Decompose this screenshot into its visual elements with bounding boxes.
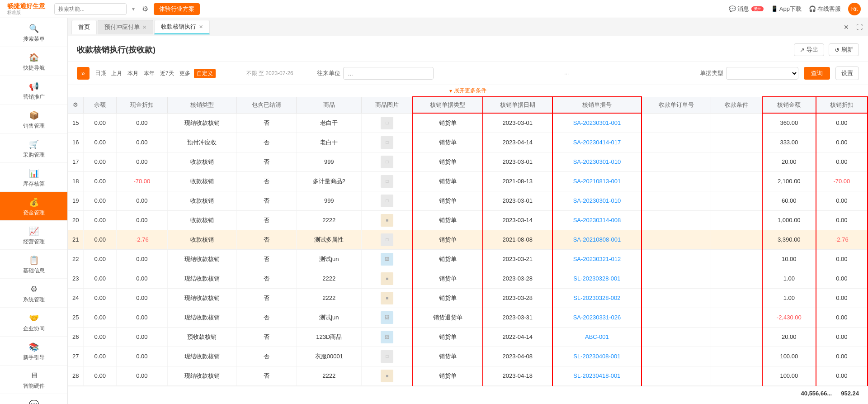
table-row[interactable]: 27 0.00 0.00 现结收款核销 否 衣服00001 □ 销货单 2023… [68, 347, 868, 366]
data-table: ⚙ 余额 现金折扣 核销类型 包含已结清 商品 商品图片 核销单据类型 核销单据… [68, 96, 868, 386]
cell-type: 预收款核销 [167, 327, 236, 347]
bill-no-link[interactable]: SA-20230331-026 [573, 314, 621, 321]
col-bill-type: 核销单据类型 [413, 97, 482, 113]
partner-input[interactable] [343, 67, 434, 80]
close-window-icon[interactable]: ✕ [842, 22, 851, 33]
export-btn[interactable]: ↗ 导出 [794, 43, 824, 56]
sidebar-item-purchase[interactable]: 🛒 采购管理 [0, 134, 67, 163]
bill-no-link[interactable]: ABC-001 [585, 333, 609, 340]
cell-receipt-condition [711, 171, 762, 191]
sidebar-item-operations[interactable]: 📈 经营管理 [0, 221, 67, 250]
filter-date-range: 不限 至 2023-07-26 [246, 70, 293, 76]
setting-btn[interactable]: 设置 [835, 67, 859, 80]
bill-no-link[interactable]: SA-20230321-012 [573, 256, 621, 262]
sidebar-item-guide[interactable]: 📚 新手引导 [0, 337, 67, 366]
cell-balance: 0.00 [84, 210, 117, 230]
sidebar-item-enterprise[interactable]: 🤝 企业协同 [0, 308, 67, 337]
table-row[interactable]: 22 0.00 0.00 现结收款核销 否 测试jun 🖼 销货单 2023-0… [68, 249, 868, 269]
table-row[interactable]: 19 0.00 0.00 收款核销 否 999 □ 销货单 2023-03-01… [68, 191, 868, 210]
industry-btn[interactable]: 体验行业方案 [154, 3, 200, 15]
table-row[interactable]: 25 0.00 0.00 现结收款核销 否 测试jun 🖼 销货退货单 2023… [68, 308, 868, 327]
tab-prepaid[interactable]: 预付冲应付单 ✕ [98, 20, 153, 34]
table-row[interactable]: 28 0.00 0.00 现结收款核销 否 2222 ■ 销货单 2023-04… [68, 366, 868, 385]
cell-amount: 333.00 [762, 133, 816, 152]
cell-amount: 3,390.00 [762, 230, 816, 249]
sidebar-item-search[interactable]: 🔍 搜索菜单 [0, 18, 67, 47]
cell-cash-discount: 0.00 [117, 308, 168, 327]
messages-btn[interactable]: 💬 消息 99+ [729, 5, 764, 13]
table-row[interactable]: 24 0.00 0.00 现结收款核销 否 2222 ■ 销货单 2023-03… [68, 288, 868, 308]
tab-close-receipt[interactable]: ✕ [199, 24, 203, 30]
table-row[interactable]: 18 0.00 -70.00 收款核销 否 多计量商品2 □ 销货单 2021-… [68, 171, 868, 191]
main-layout: 🔍 搜索菜单 🏠 快捷导航 📢 营销推广 📦 销售管理 🛒 采购管理 📊 库存核… [0, 18, 868, 404]
table-row[interactable]: 15 0.00 0.00 现结收款核销 否 老白干 □ 销货单 2023-03-… [68, 113, 868, 133]
bill-no-link[interactable]: SA-20230314-008 [573, 217, 621, 223]
table-row[interactable]: 17 0.00 0.00 收款核销 否 999 □ 销货单 2023-03-01… [68, 152, 868, 171]
filter-date-links: 上月 本月 本年 近7天 更多 自定义 [109, 69, 216, 78]
date-last-month[interactable]: 上月 [109, 69, 124, 78]
date-more[interactable]: 更多 [178, 69, 192, 78]
cell-receipt-order [642, 308, 711, 327]
bill-type-select[interactable] [726, 67, 798, 80]
sidebar-item-system[interactable]: ⚙ 系统管理 [0, 279, 67, 308]
bill-no-link[interactable]: SA-20230301-010 [573, 197, 621, 204]
cell-receipt-condition [711, 249, 762, 269]
top-bar-right: 💬 消息 99+ 📱 App下载 🎧 在线客服 Rit [729, 3, 861, 15]
cell-bill-date: 2021-08-08 [483, 230, 552, 249]
online-support-btn[interactable]: 🎧 在线客服 [809, 5, 841, 13]
cell-no: 22 [68, 249, 84, 269]
app-download-btn[interactable]: 📱 App下载 [771, 5, 802, 13]
cell-receipt-order [642, 249, 711, 269]
expand-more-btn[interactable]: ▾ 展开更多条件 [68, 85, 868, 96]
date-this-year[interactable]: 本年 [142, 69, 156, 78]
date-7days[interactable]: 近7天 [158, 69, 176, 78]
sidebar-item-wechat[interactable]: 💬 企业微信 [0, 394, 67, 404]
cell-balance: 0.00 [84, 171, 117, 191]
bill-no-link[interactable]: SA-20230414-017 [573, 139, 621, 146]
bill-no-link[interactable]: SL-20230408-001 [573, 353, 620, 360]
sidebar-item-basic[interactable]: 📋 基础信息 [0, 250, 67, 279]
filter-expand-btn[interactable]: » [77, 67, 90, 80]
table-row[interactable]: 23 0.00 0.00 现结收款核销 否 2222 ■ 销货单 2023-03… [68, 269, 868, 288]
sidebar-item-inventory[interactable]: 📊 库存核算 [0, 163, 67, 192]
avatar[interactable]: Rit [848, 3, 861, 15]
refresh-btn[interactable]: ↺ 刷新 [829, 43, 859, 56]
date-this-month[interactable]: 本月 [126, 69, 140, 78]
bill-no-link[interactable]: SL-20230328-001 [573, 275, 620, 282]
date-custom[interactable]: 自定义 [194, 69, 216, 78]
table-row[interactable]: 20 0.00 0.00 收款核销 否 2222 ■ 销货单 2023-03-1… [68, 210, 868, 230]
sidebar-item-quick[interactable]: 🏠 快捷导航 [0, 47, 67, 76]
cell-receipt-condition [711, 308, 762, 327]
table-row[interactable]: 21 0.00 -2.76 收款核销 否 测试多属性 □ 销货单 2021-08… [68, 230, 868, 249]
cell-cash-discount: 0.00 [117, 366, 168, 385]
cell-goods: 测试jun [297, 249, 362, 269]
bill-no-link[interactable]: SA-20210808-001 [573, 236, 621, 243]
gear-icon[interactable]: ⚙ [142, 5, 148, 13]
tab-receipt[interactable]: 收款核销执行 ✕ [154, 20, 210, 34]
bill-no-link[interactable]: SA-20230301-001 [573, 119, 621, 126]
bill-no-link[interactable]: SA-20210813-001 [573, 178, 621, 185]
cell-receipt-order [642, 288, 711, 308]
table-row[interactable]: 26 0.00 0.00 预收款核销 否 123D商品 🖼 销货单 2022-0… [68, 327, 868, 347]
bill-no-link[interactable]: SL-20230418-001 [573, 372, 620, 379]
query-btn[interactable]: 查询 [804, 67, 830, 80]
bill-no-link[interactable]: SA-20230301-010 [573, 158, 621, 165]
bill-no-link[interactable]: SL-20230328-002 [573, 295, 620, 301]
fullscreen-icon[interactable]: ⛶ [854, 22, 864, 33]
cell-included: 否 [236, 249, 297, 269]
sidebar-item-sales[interactable]: 📦 销售管理 [0, 105, 67, 134]
tab-home[interactable]: 首页 [71, 20, 97, 34]
sidebar-item-finance[interactable]: 💰 资金管理 [0, 192, 67, 221]
cell-discount: 0.00 [816, 327, 868, 347]
chevron-down-icon[interactable]: ▾ [132, 6, 135, 12]
col-amount: 核销金额 [762, 97, 816, 113]
sidebar-item-hardware[interactable]: 🖥 智能硬件 [0, 366, 67, 394]
table-wrapper[interactable]: ⚙ 余额 现金折扣 核销类型 包含已结清 商品 商品图片 核销单据类型 核销单据… [68, 96, 868, 404]
search-input[interactable] [54, 3, 127, 15]
cell-bill-type: 销货单 [413, 191, 482, 210]
cell-discount: 0.00 [816, 113, 868, 133]
cell-bill-date: 2021-08-13 [483, 171, 552, 191]
table-row[interactable]: 16 0.00 0.00 预付冲应收 否 老白干 □ 销货单 2023-04-1… [68, 133, 868, 152]
sidebar-item-marketing[interactable]: 📢 营销推广 [0, 76, 67, 105]
tab-close-prepaid[interactable]: ✕ [142, 24, 146, 30]
